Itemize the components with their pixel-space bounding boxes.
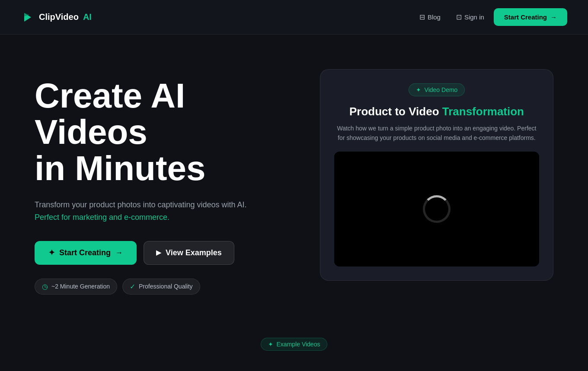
logo-icon (21, 10, 35, 24)
signin-label: Sign in (464, 13, 484, 21)
section-title: See What Our AI Can Create (35, 368, 553, 371)
hero-right: ✦ Video Demo Product to Video Transforma… (320, 69, 553, 281)
nav-cta-button[interactable]: Start Creating → (494, 8, 567, 26)
demo-title-plain: Product to Video (349, 105, 442, 118)
check-icon: ✓ (130, 282, 135, 291)
blog-link[interactable]: ⊟ Blog (413, 10, 447, 25)
nav-cta-arrow: → (550, 13, 557, 21)
badge-quality-label: Professional Quality (139, 283, 193, 290)
hero-section: Create AI Videos in Minutes Transform yo… (0, 35, 588, 320)
video-spinner (423, 195, 451, 223)
hero-title: Create AI Videos in Minutes (35, 78, 294, 187)
hero-title-line2: Videos (35, 113, 147, 151)
badge-time-label: ~2 Minute Generation (51, 283, 110, 290)
hero-title-line3: in Minutes (35, 149, 206, 187)
demo-tag-sparkle: ✦ (416, 86, 421, 93)
nav-links: ⊟ Blog ⊡ Sign in Start Creating → (413, 8, 567, 26)
signin-icon: ⊡ (456, 13, 462, 21)
logo-ai: AI (83, 12, 92, 22)
demo-tag-label: Video Demo (425, 86, 458, 93)
example-videos-tag: ✦ Example Videos (261, 338, 328, 351)
start-creating-button[interactable]: ✦ Start Creating → (35, 241, 137, 265)
demo-desc: Watch how we turn a simple product photo… (334, 124, 539, 143)
demo-title: Product to Video Transformation (334, 105, 539, 118)
example-tag-label: Example Videos (277, 341, 320, 348)
demo-tag: ✦ Video Demo (409, 83, 465, 96)
wand-icon: ✦ (48, 248, 55, 257)
demo-video (334, 152, 539, 267)
demo-title-accent: Transformation (442, 105, 524, 118)
demo-card: ✦ Video Demo Product to Video Transforma… (320, 69, 553, 281)
clock-icon: ◷ (42, 282, 48, 291)
start-creating-label: Start Creating (59, 248, 111, 257)
hero-left: Create AI Videos in Minutes Transform yo… (35, 69, 294, 295)
badge-quality: ✓ Professional Quality (122, 279, 200, 295)
video-icon: ▶ (156, 249, 161, 257)
hero-subtitle-plain: Transform your product photos into capti… (35, 200, 247, 209)
signin-link[interactable]: ⊡ Sign in (450, 10, 490, 25)
hero-title-line1: Create AI (35, 76, 185, 115)
hero-badges: ◷ ~2 Minute Generation ✓ Professional Qu… (35, 279, 294, 295)
navbar: ClipVideoAI ⊟ Blog ⊡ Sign in Start Creat… (0, 0, 588, 35)
hero-subtitle: Transform your product photos into capti… (35, 199, 259, 224)
nav-cta-label: Start Creating (504, 13, 547, 21)
blog-label: Blog (428, 13, 441, 21)
badge-time: ◷ ~2 Minute Generation (35, 279, 117, 295)
hero-subtitle-highlight: Perfect for marketing and e-commerce. (35, 213, 169, 222)
section-title-accent: Create (380, 368, 456, 371)
hero-buttons: ✦ Start Creating → ▶ View Examples (35, 241, 294, 265)
logo-link[interactable]: ClipVideoAI (21, 10, 92, 24)
example-tag-sparkle: ✦ (268, 341, 273, 348)
view-examples-label: View Examples (166, 248, 222, 257)
logo-text: ClipVideo (39, 12, 79, 22)
view-examples-button[interactable]: ▶ View Examples (144, 241, 234, 265)
example-videos-section: ✦ Example Videos See What Our AI Can Cre… (0, 320, 588, 371)
section-title-plain: See What Our AI Can (132, 368, 380, 371)
start-creating-arrow: → (115, 248, 123, 257)
blog-icon: ⊟ (419, 13, 425, 21)
